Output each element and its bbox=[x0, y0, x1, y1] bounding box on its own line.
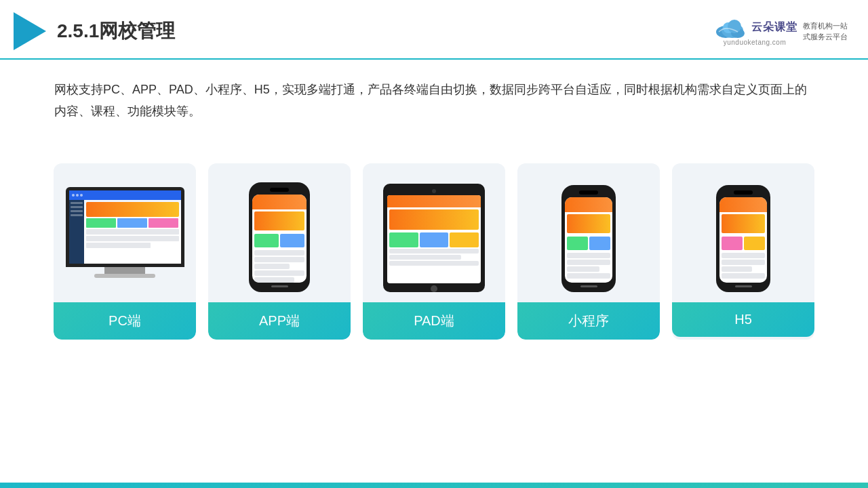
phone-card-h5-1 bbox=[722, 237, 743, 250]
card-app: APP端 bbox=[208, 163, 351, 340]
phone-screen-content-h5 bbox=[719, 212, 767, 281]
monitor-base bbox=[94, 274, 155, 278]
phone-cards-row-h5 bbox=[722, 237, 765, 250]
screen-banner bbox=[86, 202, 179, 217]
card-label-mini: 小程序 bbox=[517, 302, 660, 340]
h5-device-container bbox=[679, 177, 808, 292]
header-right: 云朵课堂 yunduoketang.com 教育机构一站 式服务云平台 bbox=[712, 17, 848, 46]
phone-row bbox=[254, 264, 290, 269]
header-left: 2.5.1网校管理 bbox=[14, 12, 175, 50]
phone-screen-mini bbox=[565, 197, 612, 283]
phone-card-1 bbox=[254, 234, 279, 247]
brand-tagline: 教育机构一站 式服务云平台 bbox=[803, 20, 848, 43]
sidebar-line bbox=[71, 206, 83, 208]
screen-top-bar bbox=[69, 190, 181, 200]
logo-triangle-icon bbox=[14, 12, 46, 50]
phone-card-h5-2 bbox=[744, 237, 765, 250]
card-label-app: APP端 bbox=[208, 302, 351, 340]
phone-row-h5 bbox=[722, 260, 765, 265]
cards-section: PC端 bbox=[0, 143, 868, 360]
svg-point-4 bbox=[728, 20, 741, 33]
mini-device-container bbox=[524, 177, 653, 292]
pc-monitor bbox=[66, 187, 184, 292]
phone-home-indicator-h5 bbox=[735, 285, 752, 287]
phone-cards-row-mini bbox=[567, 237, 610, 250]
screen-cards bbox=[86, 218, 179, 228]
screen-row bbox=[86, 243, 151, 248]
card-h5: H5 bbox=[672, 163, 814, 340]
phone-device-app bbox=[249, 182, 310, 292]
screen-card-2 bbox=[117, 218, 147, 228]
monitor-screen-outer bbox=[66, 187, 184, 267]
phone-row-mini bbox=[567, 273, 610, 279]
phone-card-2 bbox=[280, 234, 304, 247]
screen-dot bbox=[80, 194, 83, 197]
tablet-screen bbox=[387, 195, 481, 283]
phone-card-mini-2 bbox=[589, 237, 610, 250]
phone-row bbox=[254, 277, 294, 283]
app-device-container bbox=[215, 177, 344, 292]
phone-device-h5 bbox=[716, 185, 770, 292]
tablet-row bbox=[389, 255, 461, 260]
card-pad: PAD端 bbox=[363, 163, 505, 340]
screen-sidebar bbox=[69, 200, 84, 264]
tablet-camera bbox=[432, 189, 436, 193]
phone-banner-mini bbox=[567, 214, 610, 233]
phone-screen-top-h5 bbox=[719, 197, 767, 212]
phone-row bbox=[254, 270, 304, 276]
screen-body bbox=[69, 200, 181, 264]
phone-notch-mini bbox=[579, 190, 598, 195]
phone-screen-app bbox=[252, 195, 307, 283]
sidebar-line bbox=[71, 214, 83, 216]
phone-row-mini bbox=[567, 260, 610, 265]
phone-screen-top bbox=[252, 195, 307, 209]
monitor-stand bbox=[104, 267, 145, 274]
phone-cards-row bbox=[254, 234, 304, 247]
phone-card-mini-1 bbox=[567, 237, 588, 250]
phone-row-mini bbox=[567, 266, 599, 272]
phone-row-h5 bbox=[722, 266, 752, 272]
phone-screen-h5 bbox=[719, 197, 767, 283]
tablet-card-3 bbox=[450, 232, 479, 247]
phone-row-mini bbox=[567, 253, 610, 258]
tablet-screen-top bbox=[387, 195, 481, 207]
sidebar-line bbox=[71, 202, 83, 204]
phone-banner bbox=[254, 211, 304, 230]
brand-logo: 云朵课堂 yunduoketang.com bbox=[712, 17, 797, 46]
description-paragraph: 网校支持PC、APP、PAD、小程序、H5，实现多端打通，产品各终端自由切换，数… bbox=[54, 79, 814, 123]
phone-notch bbox=[270, 188, 289, 192]
tablet-row bbox=[389, 261, 479, 266]
screen-card-3 bbox=[149, 218, 178, 228]
card-miniprogram: 小程序 bbox=[517, 163, 660, 340]
screen-row bbox=[86, 236, 179, 241]
description-text: 网校支持PC、APP、PAD、小程序、H5，实现多端打通，产品各终端自由切换，数… bbox=[0, 60, 868, 136]
brand-domain: yunduoketang.com bbox=[724, 39, 787, 46]
brand-icon: 云朵课堂 bbox=[712, 17, 797, 39]
tablet-card-2 bbox=[420, 232, 449, 247]
tablet-home-btn bbox=[431, 285, 437, 292]
phone-row bbox=[254, 257, 304, 262]
tablet-banner bbox=[389, 209, 479, 230]
card-pc: PC端 bbox=[54, 163, 196, 340]
tablet-cards bbox=[389, 232, 479, 247]
brand-name: 云朵课堂 bbox=[751, 20, 797, 35]
screen-main bbox=[84, 200, 181, 264]
phone-device-mini bbox=[561, 185, 616, 292]
tablet-device bbox=[383, 184, 485, 292]
screen-dot bbox=[76, 194, 79, 197]
monitor-screen-content bbox=[69, 190, 181, 264]
tablet-card-1 bbox=[389, 232, 418, 247]
phone-screen-content-mini bbox=[565, 212, 612, 281]
phone-home-indicator-mini bbox=[580, 285, 597, 287]
tablet-screen-body bbox=[387, 207, 481, 268]
phone-row bbox=[254, 250, 304, 256]
phone-notch-h5 bbox=[734, 190, 753, 195]
tablet-row bbox=[389, 249, 479, 253]
bottom-bar bbox=[0, 483, 868, 488]
card-label-pad: PAD端 bbox=[363, 302, 505, 340]
phone-screen-content bbox=[252, 209, 307, 283]
header: 2.5.1网校管理 云朵课堂 yunduoketang.com 教育机构一站 式… bbox=[0, 0, 868, 60]
pad-device-container bbox=[370, 177, 498, 292]
pc-device-container bbox=[60, 177, 189, 292]
cloud-icon bbox=[712, 17, 747, 39]
